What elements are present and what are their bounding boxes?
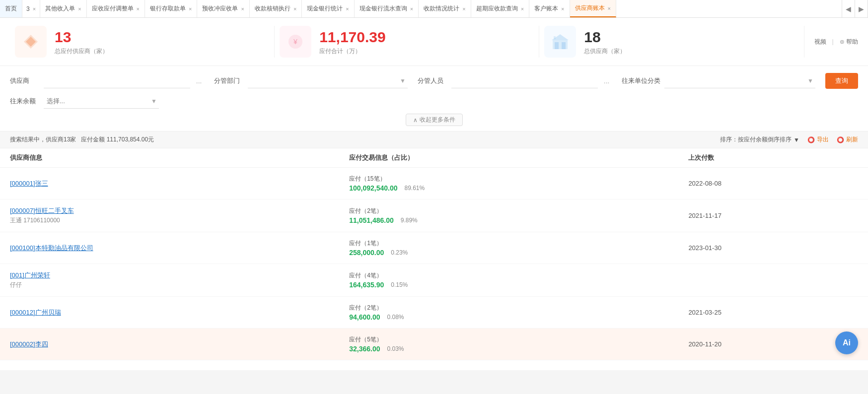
nav-prev-arrow[interactable]: ◀ xyxy=(842,0,855,18)
stat-text-amount: 11,170.39 应付合计（万） xyxy=(319,28,385,56)
stat-icon-suppliers xyxy=(15,26,47,58)
last-pay-cell-4: 2021-03-25 xyxy=(688,309,858,316)
person-input[interactable] xyxy=(451,73,598,88)
last-pay-date-0: 2022-08-08 xyxy=(688,180,722,187)
collapse-button[interactable]: ∧ 收起更多条件 xyxy=(406,114,463,126)
close-bank-deposit[interactable]: × xyxy=(189,6,192,12)
supplier-dots[interactable]: ... xyxy=(194,77,204,85)
tx-label-3: 应付（4笔） xyxy=(349,271,688,280)
tx-amount-1[interactable]: 11,051,486.00 xyxy=(349,216,394,224)
sort-icon: ▼ xyxy=(794,136,799,143)
nav-cash-bank-stats[interactable]: 现金银行统计 × xyxy=(302,0,354,17)
ai-badge[interactable]: Ai xyxy=(835,331,858,354)
nav-cash-bank-flow[interactable]: 现金银行流水查询 × xyxy=(355,0,419,17)
category-input[interactable] xyxy=(664,77,808,84)
stat-payable-amount: ¥ 11,170.39 应付合计（万） xyxy=(275,26,539,58)
payable-suppliers-value: 13 xyxy=(55,28,108,46)
nav-supplier-ledger[interactable]: 供应商账本 × xyxy=(570,0,616,17)
tx-cell-0: 应付（15笔） 100,092,540.00 89.61% xyxy=(349,175,688,192)
balance-input[interactable] xyxy=(44,97,151,105)
search-button[interactable]: 查询 xyxy=(825,73,858,89)
nav-other-income[interactable]: 其他收入单 × xyxy=(40,0,86,17)
nav-bank-deposit[interactable]: 银行存取款单 × xyxy=(145,0,197,17)
nav-receipt-stats[interactable]: 收款情况统计 × xyxy=(419,0,471,17)
tx-percent-2: 0.23% xyxy=(391,249,408,256)
close-customer-ledger[interactable]: × xyxy=(561,6,564,12)
supplier-link-001[interactable]: [001]广州荣轩 xyxy=(10,271,50,279)
balance-select[interactable]: ▼ xyxy=(44,94,159,109)
dept-label: 分管部门 xyxy=(214,76,244,85)
tx-amount-5[interactable]: 32,366.00 xyxy=(349,345,380,353)
category-select[interactable]: ▼ xyxy=(664,73,816,88)
nav-advance-ar[interactable]: 预收冲应收单 × xyxy=(197,0,249,17)
supplier-link-000001[interactable]: [000001]张三 xyxy=(10,180,48,187)
close-overdue-ar[interactable]: × xyxy=(521,6,524,12)
filter-person: 分管人员 ... xyxy=(418,73,612,88)
close-cash-bank-flow[interactable]: × xyxy=(410,6,413,12)
result-actions: 排序：按应付余额倒序排序 ▼ ⭕ 导出 ⭕ 刷新 xyxy=(720,135,858,144)
money-icon: ¥ xyxy=(287,33,304,51)
tx-amount-3[interactable]: 164,635.90 xyxy=(349,281,384,289)
table-row: [000007]恒旺二手叉车 王通 17106110000 应付（2笔） 11,… xyxy=(0,199,868,232)
payable-amount-value: 11,170.39 xyxy=(319,28,385,46)
supplier-cell-0: [000001]张三 xyxy=(10,179,349,188)
tx-cell-1: 应付（2笔） 11,051,486.00 9.89% xyxy=(349,207,688,224)
supplier-cell-4: [000012]广州贝瑞 xyxy=(10,308,349,317)
filter-row-1: 供应商 ... 分管部门 ▼ 分管人员 ... 往来单位分类 ▼ 查询 xyxy=(10,73,858,89)
person-dots[interactable]: ... xyxy=(602,77,612,85)
dept-input[interactable] xyxy=(248,77,400,84)
table-row: [000100]本特勤油品有限公司 应付（1笔） 258,000.00 0.23… xyxy=(0,232,868,264)
tx-amount-0[interactable]: 100,092,540.00 xyxy=(349,184,397,192)
export-button[interactable]: ⭕ 导出 xyxy=(807,135,829,144)
last-pay-date-5: 2020-11-20 xyxy=(688,340,722,348)
nav-receipt-verify[interactable]: 收款核销执行 × xyxy=(250,0,302,17)
last-pay-date-1: 2021-11-17 xyxy=(688,212,722,219)
supplier-label: 供应商 xyxy=(10,76,40,85)
tx-amount-2[interactable]: 258,000.00 xyxy=(349,249,384,257)
supplier-link-000012[interactable]: [000012]广州贝瑞 xyxy=(10,309,61,316)
table-row: [001]广州荣轩 仔仔 应付（4笔） 164,635.90 0.15% xyxy=(0,264,868,297)
collapse-label: 收起更多条件 xyxy=(420,116,455,124)
total-suppliers-label: 总供应商（家） xyxy=(584,47,626,56)
tx-amount-4[interactable]: 94,600.00 xyxy=(349,313,380,321)
supplier-link-000002[interactable]: [000002]李四 xyxy=(10,340,48,348)
tx-row-5: 32,366.00 0.03% xyxy=(349,345,688,353)
sort-label: 排序：按应付余额倒序排序 xyxy=(720,135,792,144)
category-label: 往来单位分类 xyxy=(622,76,660,85)
close-other-income[interactable]: × xyxy=(78,6,81,12)
close-cash-bank-stats[interactable]: × xyxy=(346,6,349,12)
close-receipt-stats[interactable]: × xyxy=(462,6,465,12)
video-link[interactable]: 视频 xyxy=(814,38,826,46)
last-pay-date-2: 2023-01-30 xyxy=(688,244,722,252)
sort-select[interactable]: 排序：按应付余额倒序排序 ▼ xyxy=(720,135,799,144)
supplier-link-000007[interactable]: [000007]恒旺二手叉车 xyxy=(10,207,74,214)
stat-payable-suppliers: 13 总应付供应商（家） xyxy=(10,26,275,58)
refresh-button[interactable]: ⭕ 刷新 xyxy=(837,135,858,144)
close-receipt-verify[interactable]: × xyxy=(293,6,296,12)
filter-balance: 往来余额 ▼ xyxy=(10,94,159,109)
close-advance-ar[interactable]: × xyxy=(241,6,244,12)
supplier-link-000100[interactable]: [000100]本特勤油品有限公司 xyxy=(10,244,93,252)
close-tab3[interactable]: × xyxy=(33,6,36,12)
nav-ar-ap-adjust[interactable]: 应收应付调整单 × xyxy=(87,0,145,17)
nav-next-arrow[interactable]: ▶ xyxy=(855,0,868,18)
close-supplier-ledger[interactable]: × xyxy=(608,5,611,11)
balance-chevron: ▼ xyxy=(151,98,159,105)
dept-select[interactable]: ▼ xyxy=(248,73,408,88)
supplier-sub-1: 王通 17106110000 xyxy=(10,216,349,225)
close-ar-ap-adjust[interactable]: × xyxy=(137,6,140,12)
filter-category: 往来单位分类 ▼ xyxy=(622,73,816,88)
help-link[interactable]: ⊙ 帮助 xyxy=(840,38,858,46)
filter-area: 供应商 ... 分管部门 ▼ 分管人员 ... 往来单位分类 ▼ 查询 xyxy=(0,66,868,131)
nav-home[interactable]: 首页 xyxy=(0,0,22,17)
nav-tab3[interactable]: 3 × xyxy=(22,0,40,17)
last-pay-date-4: 2021-03-25 xyxy=(688,309,722,316)
supplier-sub-3: 仔仔 xyxy=(10,281,349,289)
nav-overdue-ar[interactable]: 超期应收款查询 × xyxy=(471,0,529,17)
total-suppliers-value: 18 xyxy=(584,28,626,46)
top-right-links: 视频 | ⊙ 帮助 xyxy=(804,38,858,46)
nav-customer-ledger[interactable]: 客户账本 × xyxy=(529,0,570,17)
tx-cell-4: 应付（2笔） 94,600.00 0.08% xyxy=(349,304,688,321)
supplier-input[interactable] xyxy=(44,73,190,88)
table-row: [000002]李四 应付（5笔） 32,366.00 0.03% 2020-1… xyxy=(0,328,868,360)
